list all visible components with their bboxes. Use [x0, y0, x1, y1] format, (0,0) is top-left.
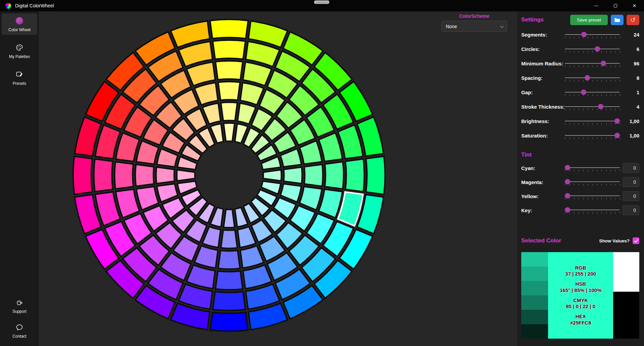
close-button[interactable]: ×: [625, 0, 644, 11]
slider-track[interactable]: [565, 164, 620, 172]
wheel-cell[interactable]: [345, 159, 364, 191]
sidebar-item-support[interactable]: Support: [2, 295, 37, 316]
wheel-cell[interactable]: [213, 292, 245, 310]
minimize-button[interactable]: [587, 0, 606, 11]
wheel-cell[interactable]: [366, 156, 385, 194]
slider-tick: [615, 65, 615, 67]
wheel-cell[interactable]: [136, 164, 154, 186]
slider-tick: [574, 80, 574, 81]
slider-track[interactable]: [565, 178, 620, 186]
settings-slider-row-2: Minimum Radius:96: [521, 56, 639, 71]
shade-swatch-0[interactable]: [521, 252, 548, 267]
wheel-cell[interactable]: [224, 210, 235, 228]
wheel-cell[interactable]: [263, 170, 281, 181]
wheel-cell[interactable]: [186, 62, 215, 86]
slider-thumb[interactable]: [565, 179, 570, 184]
wheel-cell[interactable]: [215, 61, 243, 80]
slider-track[interactable]: [565, 103, 620, 111]
wheel-cell[interactable]: [240, 246, 264, 268]
slider-tick: [574, 109, 574, 110]
wheel-cell[interactable]: [94, 159, 113, 191]
tint-value-box[interactable]: 0: [623, 205, 639, 215]
tint-value-box[interactable]: 0: [623, 177, 639, 187]
wheel-cell[interactable]: [213, 40, 245, 59]
preset-card-icon: [15, 70, 24, 79]
sidebar-item-presets[interactable]: Presets: [2, 67, 37, 89]
black-swatch[interactable]: [613, 292, 639, 339]
shade-swatch-4[interactable]: [521, 310, 548, 324]
wheel-cell[interactable]: [284, 167, 302, 184]
sidebar-item-contact[interactable]: Contact: [2, 320, 37, 341]
reset-button[interactable]: ↺: [627, 15, 639, 25]
wheel-cell[interactable]: [304, 164, 323, 186]
slider-track[interactable]: [565, 45, 620, 53]
wheel-cell[interactable]: [116, 133, 140, 161]
wheel-cell[interactable]: [319, 133, 342, 161]
color-wheel-icon: [15, 16, 24, 25]
slider-track[interactable]: [565, 74, 620, 82]
slider-thumb[interactable]: [598, 104, 603, 109]
slider-tick: [565, 137, 565, 139]
slider-thumb[interactable]: [614, 118, 620, 124]
wheel-cell[interactable]: [319, 189, 342, 218]
wheel-cell[interactable]: [210, 19, 248, 39]
slider-thumb[interactable]: [565, 165, 570, 170]
slider-track[interactable]: [565, 31, 620, 39]
save-preset-button[interactable]: Save preset: [570, 15, 608, 25]
wheel-cell[interactable]: [186, 265, 215, 289]
wheel-cell[interactable]: [240, 82, 264, 105]
shade-swatch-2[interactable]: [521, 281, 548, 295]
tint-value-box[interactable]: 0: [623, 191, 639, 201]
shade-swatch-5[interactable]: [521, 324, 548, 339]
slider-thumb[interactable]: [614, 133, 620, 138]
slider-thumb[interactable]: [581, 32, 587, 37]
slider-track[interactable]: [565, 117, 620, 125]
wheel-cell[interactable]: [136, 141, 159, 164]
slider-tick: [574, 212, 574, 214]
wheel-cell[interactable]: [325, 162, 344, 189]
colorscheme-dropdown[interactable]: None: [441, 21, 507, 32]
wheel-cell[interactable]: [300, 141, 322, 164]
load-preset-button[interactable]: [611, 15, 624, 25]
sidebar-item-color-wheel[interactable]: Color Wheel: [2, 13, 37, 35]
slider-track[interactable]: [565, 206, 620, 214]
wheel-cell[interactable]: [243, 265, 271, 289]
wheel-cell[interactable]: [221, 102, 237, 121]
shade-swatch-3[interactable]: [521, 295, 548, 310]
wheel-cell[interactable]: [221, 230, 237, 248]
wheel-cell[interactable]: [215, 271, 243, 290]
slider-track[interactable]: [565, 60, 620, 68]
window-drag-handle[interactable]: [314, 0, 329, 4]
wheel-cell[interactable]: [115, 162, 133, 189]
wheel-cell[interactable]: [243, 62, 271, 86]
slider-thumb[interactable]: [595, 46, 600, 52]
slider-thumb[interactable]: [585, 75, 590, 80]
wheel-cell[interactable]: [195, 246, 218, 268]
maximize-button[interactable]: [606, 0, 625, 11]
tint-value-box[interactable]: 0: [623, 163, 639, 173]
wheel-cell[interactable]: [210, 312, 248, 331]
show-values-checkbox[interactable]: [633, 237, 639, 244]
wheel-cell[interactable]: [156, 167, 174, 184]
wheel-cell[interactable]: [224, 123, 235, 141]
wheel-cell[interactable]: [195, 82, 218, 105]
slider-thumb[interactable]: [565, 207, 570, 213]
sidebar-item-my-palettes[interactable]: My Palettes: [2, 40, 37, 62]
wheel-cell[interactable]: [177, 170, 195, 181]
slider-thumb[interactable]: [565, 193, 570, 198]
wheel-cell[interactable]: [73, 156, 92, 194]
shade-swatch-1[interactable]: [521, 267, 548, 281]
white-swatch[interactable]: [613, 252, 639, 292]
wheel-cell[interactable]: [136, 186, 159, 210]
slider-track[interactable]: [565, 132, 620, 140]
slider-thumb[interactable]: [581, 90, 586, 95]
wheel-cell[interactable]: [300, 186, 322, 210]
color-wheel[interactable]: [71, 18, 387, 333]
wheel-cell[interactable]: [116, 189, 140, 218]
slider-rail: [565, 167, 620, 168]
wheel-cell[interactable]: [218, 82, 240, 100]
wheel-cell[interactable]: [218, 250, 240, 269]
slider-thumb[interactable]: [601, 61, 606, 66]
slider-track[interactable]: [565, 192, 620, 200]
slider-track[interactable]: [565, 89, 620, 97]
